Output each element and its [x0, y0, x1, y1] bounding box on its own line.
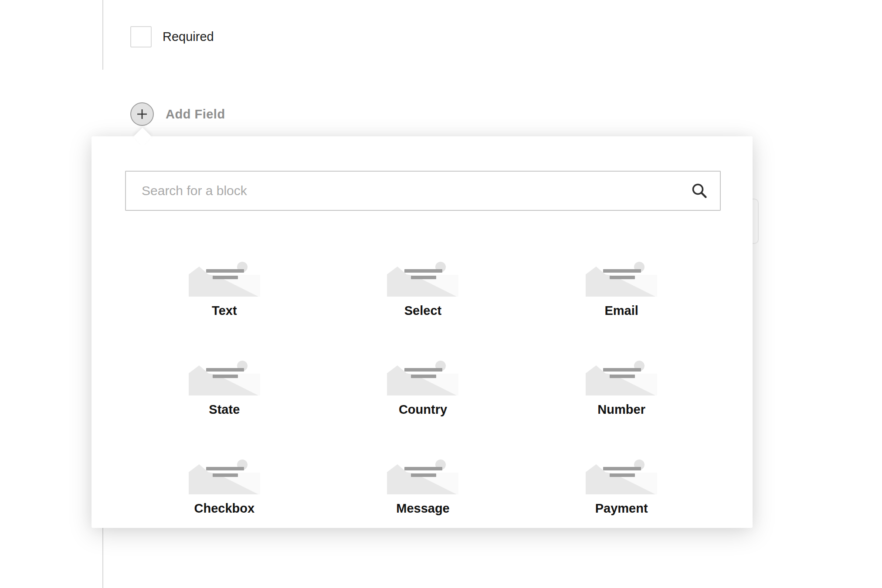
search-icon: [691, 182, 708, 199]
block-picker-popover: Text Select Email: [92, 136, 753, 528]
required-label: Required: [163, 26, 214, 47]
search-field: [125, 171, 721, 211]
block-label: Select: [404, 304, 441, 318]
image-placeholder-icon: [387, 361, 458, 396]
search-input[interactable]: [125, 171, 721, 211]
plus-icon[interactable]: [130, 102, 154, 126]
image-placeholder-icon: [586, 460, 657, 495]
add-field-label: Add Field: [166, 107, 225, 122]
block-label: Message: [396, 502, 450, 516]
required-checkbox[interactable]: [130, 26, 152, 47]
image-placeholder-icon: [586, 262, 657, 297]
image-placeholder-icon: [189, 361, 260, 396]
block-item-number[interactable]: Number: [522, 361, 721, 418]
popover-caret: [133, 128, 152, 146]
block-item-message[interactable]: Message: [324, 460, 522, 517]
block-label: Payment: [595, 502, 648, 516]
image-placeholder-icon: [189, 460, 260, 495]
image-placeholder-icon: [586, 361, 657, 396]
block-grid: Text Select Email: [125, 262, 721, 517]
block-item-country[interactable]: Country: [324, 361, 522, 418]
add-field-button[interactable]: Add Field: [130, 102, 225, 126]
block-item-email[interactable]: Email: [522, 262, 721, 319]
block-label: Text: [212, 304, 237, 318]
vertical-divider-top: [102, 0, 103, 70]
vertical-divider-bottom: [102, 528, 103, 588]
block-label: Email: [604, 304, 638, 318]
image-placeholder-icon: [189, 262, 260, 297]
image-placeholder-icon: [387, 262, 458, 297]
block-item-state[interactable]: State: [125, 361, 324, 418]
block-item-text[interactable]: Text: [125, 262, 324, 319]
block-label: Number: [597, 403, 645, 417]
block-label: Checkbox: [194, 502, 255, 516]
block-item-payment[interactable]: Payment: [522, 460, 721, 517]
required-field-row: Required: [130, 26, 214, 47]
block-item-checkbox[interactable]: Checkbox: [125, 460, 324, 517]
block-label: State: [209, 403, 240, 417]
block-item-select[interactable]: Select: [324, 262, 522, 319]
block-label: Country: [399, 403, 447, 417]
image-placeholder-icon: [387, 460, 458, 495]
